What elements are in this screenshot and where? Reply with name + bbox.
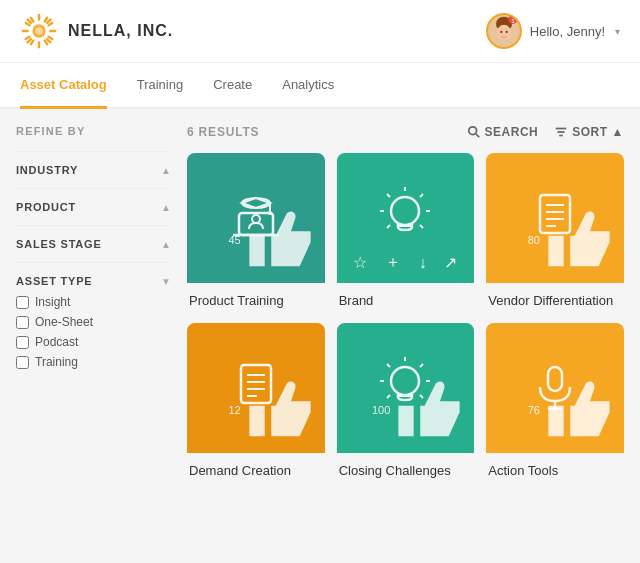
svg-line-9	[49, 23, 53, 25]
card-vendor-differentiation[interactable]: 80 Vendor Differentiation	[486, 153, 624, 311]
checkbox-podcast[interactable]	[16, 336, 29, 349]
checkbox-one-sheet[interactable]	[16, 316, 29, 329]
card-visual-demand: 12	[187, 323, 325, 453]
thumbs-up-icon-vendor	[544, 205, 614, 275]
sort-icon	[554, 125, 568, 139]
card-badge-demand: 12	[228, 375, 314, 445]
card-grid: 45 Product Training	[187, 153, 624, 481]
card-visual-brand: ☆ ＋ ↓ ↗	[337, 153, 475, 283]
card-title-brand: Brand	[339, 293, 374, 308]
svg-line-44	[387, 225, 390, 228]
filter-asset-type: ASSET TYPE ▼ Insight One-Sheet Podcast	[16, 262, 171, 381]
badge-count-product-training: 45	[228, 234, 240, 246]
filter-item-training-label: Training	[35, 355, 78, 369]
filter-asset-type-items: Insight One-Sheet Podcast Training	[16, 295, 171, 369]
card-title-demand: Demand Creation	[189, 463, 291, 478]
card-badge-product-training: 45	[228, 205, 314, 275]
filter-industry-label: INDUSTRY	[16, 164, 78, 176]
download-icon[interactable]: ↓	[419, 254, 427, 272]
card-title-closing: Closing Challenges	[339, 463, 451, 478]
filter-item-one-sheet[interactable]: One-Sheet	[16, 315, 171, 329]
filter-item-podcast[interactable]: Podcast	[16, 335, 171, 349]
svg-line-12	[31, 41, 33, 45]
checkbox-training[interactable]	[16, 356, 29, 369]
svg-point-25	[468, 127, 476, 135]
card-info-product-training: Product Training	[187, 283, 325, 311]
add-icon[interactable]: ＋	[385, 252, 401, 273]
filter-product: PRODUCT ▲	[16, 188, 171, 225]
svg-point-17	[35, 27, 43, 35]
avatar: 1	[486, 13, 522, 49]
card-product-training[interactable]: 45 Product Training	[187, 153, 325, 311]
refine-by-label: REFINE BY	[16, 125, 171, 137]
svg-line-14	[26, 23, 30, 25]
filter-sales-stage: SALES STAGE ▲	[16, 225, 171, 262]
thumbs-up-icon-demand	[245, 375, 315, 445]
badge-count-vendor: 80	[528, 234, 540, 246]
svg-point-21	[500, 31, 502, 33]
card-closing-challenges[interactable]: 100 Closing Challenges	[337, 323, 475, 481]
nav-item-create[interactable]: Create	[213, 63, 252, 109]
sort-label: SORT	[572, 125, 607, 139]
nav-item-asset-catalog[interactable]: Asset Catalog	[20, 63, 107, 109]
svg-line-39	[420, 194, 423, 197]
svg-line-5	[28, 39, 31, 42]
filter-sales-stage-label: SALES STAGE	[16, 238, 102, 250]
card-info-brand: Brand	[337, 283, 475, 311]
svg-line-15	[31, 18, 33, 22]
card-info-closing: Closing Challenges	[337, 453, 475, 481]
nav-item-analytics[interactable]: Analytics	[282, 63, 334, 109]
card-visual-closing: 100	[337, 323, 475, 453]
avatar-image: 1	[488, 13, 520, 49]
filter-industry-header[interactable]: INDUSTRY ▲	[16, 164, 171, 176]
svg-line-26	[475, 134, 479, 138]
card-title-product-training: Product Training	[189, 293, 284, 308]
svg-point-22	[505, 31, 507, 33]
filter-industry: INDUSTRY ▲	[16, 151, 171, 188]
svg-point-20	[497, 25, 511, 41]
main-nav: Asset Catalog Training Create Analytics	[0, 63, 640, 109]
content-area: 6 RESULTS SEARCH SORT ▲	[187, 125, 624, 481]
svg-line-3	[47, 39, 50, 42]
filter-item-one-sheet-label: One-Sheet	[35, 315, 93, 329]
filter-item-insight-label: Insight	[35, 295, 70, 309]
card-info-action: Action Tools	[486, 453, 624, 481]
user-dropdown-chevron[interactable]: ▾	[615, 26, 620, 37]
filter-item-insight[interactable]: Insight	[16, 295, 171, 309]
search-label: SEARCH	[485, 125, 539, 139]
card-badge-vendor: 80	[528, 205, 614, 275]
card-action-tools[interactable]: 76 Action Tools	[486, 323, 624, 481]
logo-area: NELLA, INC.	[20, 12, 173, 50]
filter-industry-arrow: ▲	[161, 165, 171, 176]
svg-line-10	[49, 37, 53, 39]
sort-button[interactable]: SORT ▲	[554, 125, 624, 139]
filter-product-arrow: ▲	[161, 202, 171, 213]
search-button[interactable]: SEARCH	[467, 125, 539, 139]
thumbs-up-icon-action	[544, 375, 614, 445]
svg-line-42	[387, 194, 390, 197]
svg-line-13	[26, 37, 30, 39]
thumbs-up-icon	[245, 205, 315, 275]
filter-sales-stage-header[interactable]: SALES STAGE ▲	[16, 238, 171, 250]
filter-product-label: PRODUCT	[16, 201, 76, 213]
user-greeting: Hello, Jenny!	[530, 24, 605, 39]
user-area[interactable]: 1 Hello, Jenny! ▾	[486, 13, 620, 49]
share-icon[interactable]: ↗	[444, 253, 457, 272]
filter-asset-type-header[interactable]: ASSET TYPE ▼	[16, 275, 171, 287]
results-count: 6 RESULTS	[187, 125, 259, 139]
results-actions: SEARCH SORT ▲	[467, 125, 624, 139]
card-brand[interactable]: ☆ ＋ ↓ ↗ Brand	[337, 153, 475, 311]
search-icon	[467, 125, 481, 139]
filter-product-header[interactable]: PRODUCT ▲	[16, 201, 171, 213]
checkbox-insight[interactable]	[16, 296, 29, 309]
card-visual-action: 76	[486, 323, 624, 453]
nav-item-training[interactable]: Training	[137, 63, 183, 109]
card-demand-creation[interactable]: 12 Demand Creation	[187, 323, 325, 481]
badge-count-demand: 12	[228, 404, 240, 416]
thumbs-up-icon-closing	[394, 375, 464, 445]
card-visual-product-training: 45	[187, 153, 325, 283]
filter-sales-stage-arrow: ▲	[161, 239, 171, 250]
header: NELLA, INC. 1 Hello, Jenny! ▾	[0, 0, 640, 63]
star-icon[interactable]: ☆	[353, 253, 367, 272]
filter-item-training[interactable]: Training	[16, 355, 171, 369]
